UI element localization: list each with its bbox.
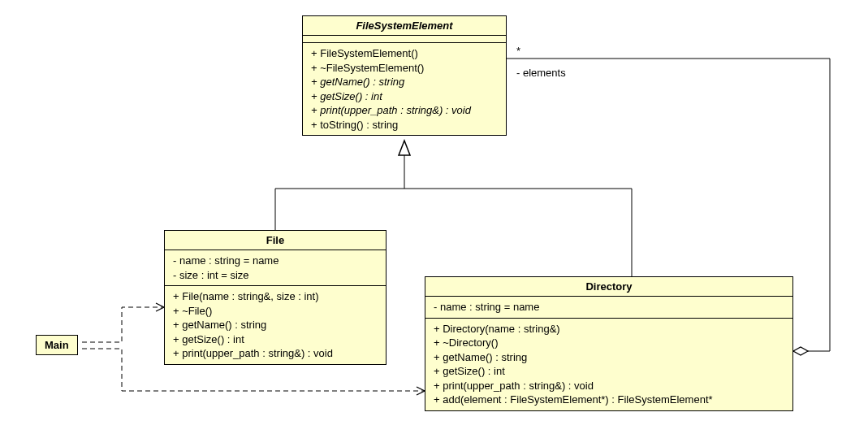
operation: + ~File() (173, 304, 378, 319)
operation: + add(element : FileSystemElement*) : Fi… (434, 393, 784, 407)
operation: + FileSystemElement() (311, 46, 498, 61)
operation: + print(upper_path : string&) : void (311, 103, 498, 118)
operation: + print(upper_path : string&) : void (173, 346, 378, 361)
operation: + ~Directory() (434, 336, 784, 350)
class-title: Directory (425, 277, 792, 297)
class-filesystemelement: FileSystemElement + FileSystemElement() … (302, 15, 507, 136)
operation: + Directory(name : string&) (434, 322, 784, 336)
operations-section: + File(name : string&, size : int) + ~Fi… (165, 286, 386, 364)
class-title: File (165, 231, 386, 250)
attributes-section: - name : string = name - size : int = si… (165, 250, 386, 286)
operation: + getSize() : int (434, 364, 784, 379)
multiplicity-label: * (516, 45, 520, 57)
operations-section: + Directory(name : string&) + ~Directory… (425, 319, 792, 410)
operation: + getSize() : int (311, 89, 498, 104)
class-directory: Directory - name : string = name + Direc… (425, 276, 793, 411)
attributes-section: - name : string = name (425, 297, 792, 319)
operation: + toString() : string (311, 118, 498, 132)
operations-section: + FileSystemElement() + ~FileSystemEleme… (303, 43, 506, 135)
role-label: - elements (516, 67, 566, 79)
operation: + getName() : string (173, 318, 378, 332)
attribute: - name : string = name (173, 254, 378, 268)
attribute: - size : int = size (173, 268, 378, 283)
attribute: - name : string = name (434, 300, 784, 315)
class-main: Main (36, 335, 78, 355)
attributes-section (303, 36, 506, 43)
operation: + ~FileSystemElement() (311, 61, 498, 76)
operation: + File(name : string&, size : int) (173, 289, 378, 304)
operation: + getName() : string (311, 75, 498, 89)
operation: + print(upper_path : string&) : void (434, 379, 784, 393)
class-file: File - name : string = name - size : int… (164, 230, 386, 365)
operation: + getName() : string (434, 350, 784, 365)
operation: + getSize() : int (173, 332, 378, 347)
class-title: FileSystemElement (303, 16, 506, 36)
